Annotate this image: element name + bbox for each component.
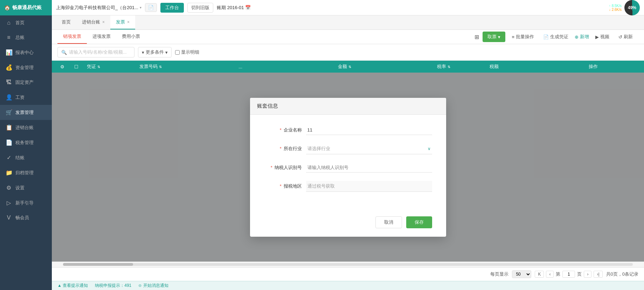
salary-icon: 👤 bbox=[6, 94, 12, 101]
input-company-name[interactable] bbox=[306, 125, 432, 135]
scrollbar-track[interactable] bbox=[63, 263, 633, 266]
speed-percent: 49% bbox=[628, 5, 636, 10]
calendar-icon[interactable]: 📅 bbox=[245, 5, 251, 10]
sub-tab-expense[interactable]: 费用小票 bbox=[116, 30, 146, 44]
topbar: 上海卯金刀电子科技有限公司_（台201... ▾ 📄 工作台 切到旧版 账期 2… bbox=[52, 0, 644, 15]
col-settings[interactable]: ⚙ bbox=[57, 64, 71, 69]
tab-home[interactable]: 首页 bbox=[56, 15, 76, 29]
save-button[interactable]: 保存 bbox=[406, 216, 432, 228]
sidebar-item-home[interactable]: ⌂ 首页 bbox=[0, 15, 52, 30]
sidebar-item-archive[interactable]: 📁 归档管理 bbox=[0, 165, 52, 180]
upload-speed: ↑ 8.5K/s bbox=[609, 4, 622, 8]
sub-tab-purchase[interactable]: 进项发票 bbox=[87, 30, 116, 44]
scrollbar-thumb[interactable] bbox=[63, 263, 133, 266]
sidebar-item-settings[interactable]: ⚙ 设置 bbox=[0, 180, 52, 195]
page-label: 第 bbox=[556, 271, 560, 277]
form-row-taxid: * 纳税人识别号 bbox=[264, 163, 432, 173]
tab-purchase-close[interactable]: × bbox=[102, 20, 105, 25]
sidebar-item-closing[interactable]: ✓ 结账 bbox=[0, 150, 52, 165]
status-item-0[interactable]: ▲ 查看提示通知 bbox=[57, 283, 88, 289]
refresh-button[interactable]: ↺ 刷新 bbox=[616, 32, 636, 41]
topbar-doc-button[interactable]: 📄 bbox=[145, 3, 157, 12]
new-button[interactable]: ⊕ 新增 bbox=[575, 34, 589, 40]
sidebar-item-guide[interactable]: ▷ 新手引导 bbox=[0, 195, 52, 210]
label-industry-text: 所在行业 bbox=[284, 146, 302, 151]
col-tax[interactable]: 税额 bbox=[487, 63, 586, 70]
col-tax-rate[interactable]: 税率 ⇅ bbox=[434, 63, 487, 70]
footer: 每页显示 50 100 200 K ‹ 第 页 › ›| 共0页，0条记录 bbox=[52, 267, 644, 281]
label-company: * 企业名称 bbox=[264, 127, 306, 133]
status-item-2[interactable]: ⊙ 开始消息通知 bbox=[138, 283, 168, 289]
status-item-1: 纳税申报提示：491 bbox=[95, 283, 131, 289]
batch-icon: ≡ bbox=[512, 34, 514, 40]
new-icon: ⊕ bbox=[575, 34, 579, 40]
video-label: 视频 bbox=[600, 34, 609, 40]
tax-icon: 📄 bbox=[6, 139, 12, 146]
video-button[interactable]: ▶ 视频 bbox=[593, 32, 612, 41]
col-invoice-no[interactable]: 发票号码 ⇅ bbox=[137, 63, 236, 70]
tab-invoice-close[interactable]: × bbox=[127, 20, 130, 25]
batch-op-button[interactable]: ≡ 批量操作 bbox=[509, 32, 537, 41]
col-amount-tax[interactable]: 金额 ⇅ bbox=[335, 63, 434, 70]
main-area: 上海卯金刀电子科技有限公司_（台201... ▾ 📄 工作台 切到旧版 账期 2… bbox=[52, 0, 644, 290]
first-page-button[interactable]: K bbox=[535, 271, 544, 278]
label-industry: * 所在行业 bbox=[264, 146, 306, 152]
sub-tabs: 销项发票 进项发票 费用小票 ⊞ 取票 ▾ ≡ 批量操作 📄 生成凭证 ⊕ bbox=[52, 30, 644, 44]
table-header: ⚙ ☐ 凭证 ⇅ 发票号码 ⇅ ... 金额 ⇅ 税率 ⇅ 税额 操作 bbox=[52, 61, 644, 73]
sidebar-item-funds[interactable]: 💰 资金管理 bbox=[0, 60, 52, 75]
sub-tab-purchase-label: 进项发票 bbox=[92, 34, 111, 39]
next-page-button[interactable]: › bbox=[584, 271, 591, 278]
filter-button[interactable]: ▾ 更多条件 ▾ bbox=[138, 47, 172, 58]
sidebar-item-purchase[interactable]: 📋 进销台账 bbox=[0, 120, 52, 135]
total-records: 共0页，0条记录 bbox=[606, 271, 638, 277]
generate-voucher-button[interactable]: 📄 生成凭证 bbox=[540, 32, 571, 41]
sidebar-item-salary[interactable]: 👤 工资 bbox=[0, 90, 52, 105]
form-row-taxregion: * 报税地区 通过税号获取 bbox=[264, 181, 432, 192]
input-tax-region: 通过税号获取 bbox=[306, 181, 432, 192]
filter-icon: ▾ bbox=[142, 50, 144, 55]
sub-tab-sales[interactable]: 销项发票 bbox=[57, 30, 87, 44]
horizontal-scrollbar-area bbox=[52, 262, 644, 267]
sidebar-item-ledger[interactable]: ≡ 总账 bbox=[0, 30, 52, 45]
invoice-icon: 🛒 bbox=[6, 109, 12, 116]
dialog-footer: 取消 保存 bbox=[250, 211, 446, 237]
input-tax-id[interactable] bbox=[306, 163, 432, 173]
col-voucher[interactable]: 凭证 ⇅ bbox=[84, 63, 137, 70]
show-detail-checkbox[interactable]: 显示明细 bbox=[175, 49, 199, 55]
closing-icon: ✓ bbox=[6, 154, 12, 161]
sidebar-item-tax[interactable]: 📄 税务管理 bbox=[0, 135, 52, 150]
sidebar-item-archive-label: 归档管理 bbox=[15, 170, 34, 176]
col-checkbox[interactable]: ☐ bbox=[71, 64, 84, 69]
prev-page-button[interactable]: ‹ bbox=[546, 271, 554, 278]
generate-icon: 📄 bbox=[543, 34, 549, 40]
sidebar-item-invoice-label: 发票管理 bbox=[15, 109, 34, 116]
label-taxregion-text: 报税地区 bbox=[284, 183, 302, 189]
form-row-company: * 企业名称 bbox=[264, 125, 432, 135]
workbench-button[interactable]: 工作台 bbox=[160, 3, 184, 13]
last-page-button[interactable]: ›| bbox=[594, 271, 602, 278]
page-input[interactable] bbox=[562, 271, 575, 278]
company-selector[interactable]: 上海卯金刀电子科技有限公司_（台201... ▾ bbox=[56, 5, 141, 11]
label-taxid: * 纳税人识别号 bbox=[264, 164, 306, 171]
filter-label: 更多条件 bbox=[146, 49, 164, 55]
download-speed: ↓ 2.6K/s bbox=[609, 8, 622, 12]
ledger-icon: ≡ bbox=[6, 34, 12, 41]
tab-purchase[interactable]: 进销台账 × bbox=[76, 15, 110, 29]
take-ticket-arrow: ▾ bbox=[498, 34, 500, 40]
required-mark-taxid: * bbox=[271, 165, 272, 170]
switch-old-button[interactable]: 切到旧版 bbox=[187, 3, 213, 13]
sidebar-item-assets[interactable]: 🏗 固定资产 bbox=[0, 75, 52, 90]
sidebar-item-member[interactable]: V 畅会员 bbox=[0, 210, 52, 225]
topbar-right: ↑ 8.5K/s ↓ 2.6K/s 49% bbox=[609, 0, 640, 15]
cancel-button[interactable]: 取消 bbox=[375, 216, 402, 228]
search-input[interactable]: 🔍 请输入号码/名称/全额/税额... bbox=[57, 47, 134, 58]
select-industry[interactable]: 请选择行业 ∨ bbox=[306, 143, 432, 154]
sidebar-item-invoice[interactable]: 🛒 发票管理 bbox=[0, 105, 52, 120]
grid-view-icon[interactable]: ⊞ bbox=[475, 34, 479, 40]
take-ticket-button[interactable]: 取票 ▾ bbox=[483, 32, 505, 42]
tab-invoice[interactable]: 发票 × bbox=[110, 15, 135, 29]
show-detail-input[interactable] bbox=[175, 50, 180, 55]
per-page-select[interactable]: 50 100 200 bbox=[512, 270, 531, 278]
sidebar-item-reports[interactable]: 📊 报表中心 bbox=[0, 45, 52, 60]
home-icon: ⌂ bbox=[6, 20, 12, 26]
